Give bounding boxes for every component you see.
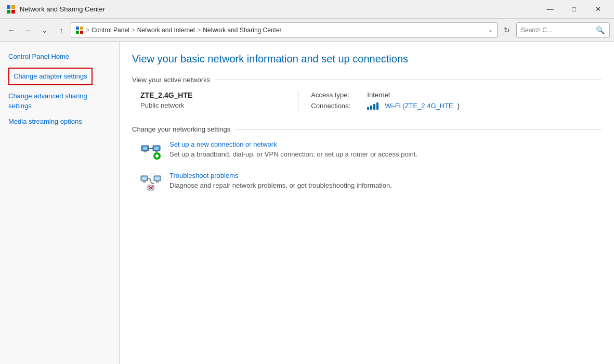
troubleshoot-content: Troubleshoot problems Diagnose and repai… [169,172,392,189]
sidebar-section: Change adapter settings Change advanced … [8,68,111,126]
active-networks-header: View your active networks [132,76,602,84]
svg-rect-4 [76,27,79,30]
troubleshoot-item: Troubleshoot problems Diagnose and repai… [140,172,602,192]
sidebar-item-media: Media streaming options [8,117,111,126]
troubleshoot-icon [140,172,161,192]
search-box[interactable]: 🔍 [516,22,610,38]
close-button[interactable]: ✕ [586,0,610,19]
forward-button[interactable]: → [21,23,35,37]
access-type-value: Internet [367,91,390,99]
sidebar: Control Panel Home Change adapter settin… [0,42,120,364]
setup-connection-item: Set up a new connection or network Set u… [140,140,602,161]
media-streaming-link[interactable]: Media streaming options [8,117,111,126]
connections-row: Connections: Wi-Fi (ZTE_2.4G_HTE ) [311,102,602,110]
svg-rect-14 [155,151,158,152]
control-panel-home-link[interactable]: Control Panel Home [8,52,111,61]
search-input[interactable] [521,27,594,34]
main-layout: Control Panel Home Change adapter settin… [0,42,614,364]
svg-rect-10 [143,151,147,152]
breadcrumb-sep3: > [197,27,201,34]
connections-suffix: ) [458,102,460,110]
sidebar-item-advanced: Change advanced sharing settings [8,92,111,110]
section-divider-2 [236,129,602,129]
network-name: ZTE_2.4G_HTE [140,91,285,99]
access-type-row: Access type: Internet [311,91,602,99]
svg-rect-3 [11,10,15,14]
address-dropdown-icon[interactable]: ⌄ [488,27,493,33]
change-adapter-link[interactable]: Change adapter settings [14,72,87,80]
content-area: View your basic network information and … [120,42,614,364]
svg-rect-6 [76,31,79,34]
svg-rect-17 [155,155,159,157]
network-card-divider [298,91,298,113]
connections-label: Connections: [311,102,363,110]
svg-rect-7 [80,31,83,34]
access-type-label: Access type: [311,91,363,99]
search-icon[interactable]: 🔍 [596,26,605,34]
up-button[interactable]: ↑ [54,23,69,37]
sidebar-item-adapter: Change adapter settings [8,68,93,85]
svg-rect-23 [156,181,159,183]
setup-connection-content: Set up a new connection or network Set u… [169,140,417,158]
svg-rect-1 [11,5,15,9]
titlebar-left: Network and Sharing Center [6,5,105,14]
svg-rect-2 [7,10,10,14]
network-card: ZTE_2.4G_HTE Public network Access type:… [140,91,602,113]
svg-rect-5 [80,27,83,30]
setup-connection-desc: Set up a broadband, dial-up, or VPN conn… [169,150,417,158]
addressbar: ← → ⌄ ↑ > Control Panel > Network and In… [0,19,614,42]
breadcrumb-control-panel[interactable]: Control Panel [92,27,129,34]
window-controls: — □ ✕ [538,0,610,19]
svg-rect-13 [154,147,159,150]
change-advanced-link[interactable]: Change advanced sharing settings [8,92,111,110]
minimize-button[interactable]: — [538,0,562,19]
network-info: ZTE_2.4G_HTE Public network [140,91,285,113]
wifi-signal-icon [367,102,378,110]
change-settings-header: Change your networking settings [132,125,602,133]
active-networks-label: View your active networks [132,76,210,84]
titlebar: Network and Sharing Center — □ ✕ [0,0,614,19]
address-icon [75,26,84,34]
maximize-button[interactable]: □ [562,0,586,19]
setup-connection-link[interactable]: Set up a new connection or network [169,140,277,148]
setup-connection-icon [140,140,161,161]
page-title: View your basic network information and … [132,52,602,66]
wifi-connection-link[interactable]: Wi-Fi (ZTE_2.4G_HTE [385,102,453,110]
address-box[interactable]: > Control Panel > Network and Internet >… [71,22,498,38]
network-type: Public network [140,101,285,109]
dropdown-button[interactable]: ⌄ [37,23,52,37]
breadcrumb-network-internet[interactable]: Network and Internet [137,27,195,34]
network-access: Access type: Internet Connections: Wi-Fi… [311,91,602,113]
section-divider [215,80,602,80]
svg-rect-0 [7,5,10,9]
svg-rect-19 [142,177,147,180]
svg-rect-9 [143,147,147,150]
refresh-button[interactable]: ↻ [500,23,514,37]
change-settings-label: Change your networking settings [132,125,230,133]
breadcrumb-sharing-center[interactable]: Network and Sharing Center [203,27,281,34]
breadcrumb-sep1: > [86,27,89,34]
sidebar-item-home: Control Panel Home [8,52,111,61]
troubleshoot-link[interactable]: Troubleshoot problems [169,172,238,179]
back-button[interactable]: ← [4,23,19,37]
svg-rect-22 [155,177,160,180]
troubleshoot-desc: Diagnose and repair network problems, or… [169,181,392,189]
app-icon [6,5,16,14]
svg-rect-20 [143,181,146,183]
breadcrumb-sep2: > [132,27,135,34]
window-title: Network and Sharing Center [20,5,105,13]
